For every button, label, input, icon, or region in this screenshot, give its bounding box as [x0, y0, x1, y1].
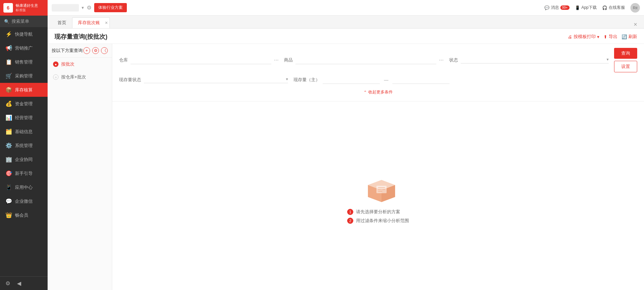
left-panel-header: 按以下方案查询 + ⚙ 《	[48, 44, 112, 58]
sidebar-item-app-center[interactable]: 📱 应用中心	[0, 180, 48, 194]
collapse-sidebar-icon[interactable]: ◀	[17, 280, 21, 287]
sidebar-item-basic[interactable]: 🗂️ 基础信息	[0, 125, 48, 139]
sidebar-item-wechat[interactable]: 💬 企业微信	[0, 194, 48, 208]
sidebar-footer: ⚙ ◀	[0, 276, 48, 290]
sidebar-item-vip[interactable]: 👑 畅会员	[0, 208, 48, 222]
dropdown-icon[interactable]: ▾	[82, 5, 84, 10]
sidebar-item-marketing[interactable]: 📢 营销推广	[0, 41, 48, 55]
message-icon: 💬	[544, 5, 549, 10]
industry-btn[interactable]: 体验行业方案	[94, 3, 127, 12]
filter-actions: 查询 设置	[614, 48, 637, 72]
empty-illustration	[361, 168, 395, 202]
quantity-from-input[interactable]	[323, 76, 380, 84]
inventory-icon: 📦	[5, 87, 12, 93]
sidebar-item-label: 资金管理	[15, 101, 33, 107]
product-filter-group: 商品 ···	[284, 56, 443, 64]
sidebar-item-sales[interactable]: 📋 销售管理	[0, 55, 48, 69]
search-menu-button[interactable]: 🔍 搜索菜单	[0, 16, 48, 27]
operations-icon: 📊	[5, 114, 12, 121]
quantity-filter-group: 现存量（主） —	[293, 76, 462, 84]
sidebar-item-inventory[interactable]: 📦 库存核算	[0, 83, 48, 97]
product-more-btn[interactable]: ···	[439, 57, 443, 63]
filter-row-2: 现存量状态 ▾ 现存量（主） —	[119, 76, 637, 84]
export-btn[interactable]: ⬆ 导出	[604, 34, 617, 40]
filter-area: 仓库 ··· 商品 ··· 状态	[112, 44, 644, 102]
gear-icon: ⚙	[94, 48, 98, 53]
tab-global-close-btn[interactable]: ×	[631, 21, 640, 28]
headset-icon: 🎧	[602, 5, 607, 10]
topbar-right: 💬 消息 99+ 📱 App下载 🎧 在线客服 Rit	[544, 3, 640, 13]
sidebar-item-label: 库存核算	[15, 87, 33, 93]
user-avatar-btn[interactable]: Rit	[630, 3, 640, 13]
inactive-schema-dot: ○	[53, 74, 58, 80]
schema-by-warehouse-batch-label: 按仓库+批次	[61, 74, 86, 80]
query-btn[interactable]: 查询	[614, 48, 637, 59]
collapse-more-conditions[interactable]: ⌃ 收起更多条件	[119, 87, 637, 97]
sidebar-item-label: 营销推广	[15, 45, 33, 51]
sidebar-item-newbie[interactable]: 🎯 新手引导	[0, 166, 48, 180]
quantity-label: 现存量（主）	[293, 77, 320, 83]
tab-close-icon[interactable]: ×	[105, 20, 108, 25]
add-schema-btn[interactable]: +	[83, 47, 90, 54]
tip-item-1: 1 请先选择要分析的方案	[347, 209, 409, 215]
warehouse-label: 仓库	[119, 57, 128, 63]
sidebar-item-finance[interactable]: 💰 资金管理	[0, 97, 48, 111]
active-schema-dot: ●	[53, 61, 58, 67]
settings-btn[interactable]: 设置	[614, 61, 637, 72]
warehouse-filter-group: 仓库 ···	[119, 56, 278, 64]
warehouse-more-btn[interactable]: ···	[274, 57, 278, 63]
tab-batch-label: 库存批次账	[78, 20, 100, 25]
plus-icon: +	[85, 48, 88, 53]
page-header: 现存量查询(按批次) 🖨 按模板打印 ▾ ⬆ 导出 🔄 刷新	[48, 29, 644, 44]
sidebar-item-purchase[interactable]: 🛒 采购管理	[0, 69, 48, 83]
refresh-icon: 🔄	[622, 34, 627, 39]
app-download-label: App下载	[581, 5, 597, 11]
online-support-label: 在线客服	[609, 5, 625, 11]
sidebar-item-label: 采购管理	[15, 73, 33, 79]
quantity-to-input[interactable]	[392, 76, 450, 84]
tip-item-2: 2 用过滤条件来缩小分析范围	[347, 218, 409, 224]
settings-topbar-icon[interactable]: ⚙	[87, 4, 91, 11]
printer-icon: 🖨	[568, 34, 572, 39]
page-title: 现存量查询(按批次)	[54, 33, 107, 41]
app-download-btn[interactable]: 📱 App下载	[575, 5, 597, 11]
settings-footer-icon[interactable]: ⚙	[5, 280, 10, 287]
inventory-status-chevron-icon[interactable]: ▾	[286, 77, 288, 81]
topbar-left: ▾ ⚙ 体验行业方案	[52, 3, 542, 12]
status-filter-group: 状态 ▾	[449, 57, 609, 64]
edition-label: 标准版	[16, 8, 38, 13]
sidebar-item-enterprise[interactable]: 🏢 企业协同	[0, 152, 48, 166]
schema-settings-btn[interactable]: ⚙	[92, 47, 99, 54]
tip-text-1: 请先选择要分析的方案	[356, 209, 400, 215]
product-input[interactable]	[295, 56, 436, 64]
search-icon: 🔍	[4, 19, 10, 24]
sidebar-item-operations[interactable]: 📊 经营管理	[0, 111, 48, 125]
refresh-label: 刷新	[628, 34, 637, 40]
schema-collapse-btn[interactable]: 《	[101, 47, 108, 54]
inventory-status-select-wrapper: ▾	[144, 77, 288, 83]
tab-batch-account[interactable]: 库存批次账 ×	[72, 17, 110, 28]
tab-home[interactable]: 首页	[52, 17, 72, 28]
messages-btn[interactable]: 💬 消息 99+	[544, 5, 570, 11]
status-chevron-icon[interactable]: ▾	[607, 57, 609, 62]
sidebar-item-label: 快捷导航	[15, 31, 33, 37]
breadcrumb-input[interactable]	[52, 4, 79, 12]
template-print-btn[interactable]: 🖨 按模板打印 ▾	[568, 34, 599, 40]
sidebar-item-label: 系统管理	[15, 143, 33, 149]
sidebar-item-system[interactable]: ⚙️ 系统管理	[0, 139, 48, 152]
company-name: 畅康通好生意	[16, 3, 38, 8]
refresh-btn[interactable]: 🔄 刷新	[622, 34, 637, 40]
purchase-icon: 🛒	[5, 73, 12, 79]
wechat-icon: 💬	[5, 198, 12, 204]
sidebar-item-label: 新手引导	[15, 170, 33, 177]
warehouse-input[interactable]	[131, 56, 271, 64]
online-support-btn[interactable]: 🎧 在线客服	[602, 5, 625, 11]
schema-by-warehouse-batch[interactable]: ○ 按仓库+批次	[48, 71, 112, 84]
sidebar-item-label: 应用中心	[15, 184, 33, 191]
schema-by-batch-label: 按批次	[61, 61, 74, 67]
schema-by-batch[interactable]: ● 按批次	[48, 58, 112, 71]
tip-num-2: 2	[347, 218, 353, 224]
sidebar-item-quick-nav[interactable]: ⚡ 快捷导航	[0, 27, 48, 41]
messages-badge: 99+	[560, 5, 570, 10]
quantity-dash: —	[383, 77, 390, 83]
